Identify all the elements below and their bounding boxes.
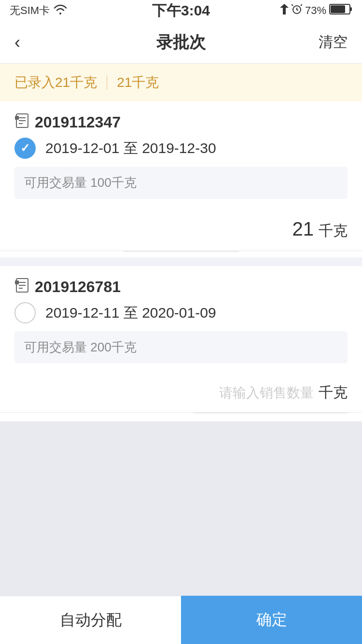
battery-percent: 73%: [305, 4, 326, 17]
location-icon: [280, 4, 289, 17]
batch1-amount-value: 21: [292, 218, 314, 240]
radio-check-icon: ✓: [20, 141, 30, 155]
batch1-amount-row: 21 千克: [0, 209, 362, 251]
recorded-value: 21千克: [117, 73, 159, 92]
batch1-date-row[interactable]: ✓ 2019-12-01 至 2019-12-30: [0, 136, 362, 167]
batch2-icon: [14, 278, 30, 296]
batch1-header: 2019112347: [0, 101, 362, 136]
carrier-text: 无SIM卡: [10, 3, 50, 18]
wifi-icon: [54, 4, 67, 17]
confirm-button[interactable]: 确定: [181, 596, 362, 644]
batch2-dates: 2019-12-11 至 2020-01-09: [45, 303, 216, 323]
section-separator: [0, 258, 362, 266]
spacer-area: [0, 422, 362, 605]
quantity-input[interactable]: [169, 383, 314, 401]
status-bar: 无SIM卡 下午3:04: [0, 0, 362, 21]
batch1-icon: [14, 113, 30, 132]
page-title: 录批次: [156, 31, 206, 54]
batch1-divider: [0, 251, 362, 257]
batch2-input-row[interactable]: 千克: [0, 373, 362, 413]
alarm-icon: [292, 4, 302, 17]
banner-divider: [107, 75, 107, 90]
batch2-header: 2019126781: [0, 266, 362, 300]
clear-button[interactable]: 清空: [319, 32, 348, 52]
battery-icon: [329, 4, 352, 17]
svg-rect-12: [15, 116, 19, 120]
status-left: 无SIM卡: [10, 3, 67, 18]
batch1-radio[interactable]: ✓: [14, 138, 36, 159]
batch1-dates: 2019-12-01 至 2019-12-30: [45, 139, 216, 158]
batch1-available: 可用交易量 100千克: [14, 167, 348, 199]
nav-bar: ‹ 录批次 清空: [0, 21, 362, 64]
batch-item-1: 2019112347 ✓ 2019-12-01 至 2019-12-30 可用交…: [0, 101, 362, 257]
bottom-bar: 自动分配 确定: [0, 596, 362, 644]
info-banner: 已录入21千克 21千克: [0, 64, 362, 101]
batch2-available: 可用交易量 200千克: [14, 331, 348, 364]
back-button[interactable]: ‹: [14, 32, 43, 53]
batch2-input-divider: [0, 413, 362, 421]
svg-rect-6: [350, 7, 352, 11]
batch2-unit: 千克: [319, 383, 348, 403]
auto-assign-button[interactable]: 自动分配: [0, 596, 181, 644]
svg-rect-17: [15, 280, 19, 284]
batch2-date-row[interactable]: 2019-12-11 至 2020-01-09: [0, 300, 362, 331]
svg-line-4: [301, 4, 302, 6]
svg-rect-7: [331, 5, 345, 13]
svg-line-3: [292, 4, 293, 6]
batch2-id: 2019126781: [35, 278, 121, 296]
batch2-radio[interactable]: [14, 302, 36, 323]
status-time: 下午3:04: [152, 1, 210, 21]
recorded-label: 已录入21千克: [14, 73, 97, 92]
batch1-amount-unit: 千克: [319, 221, 348, 241]
batch-item-2: 2019126781 2019-12-11 至 2020-01-09 可用交易量…: [0, 266, 362, 421]
status-right: 73%: [280, 4, 352, 17]
h-line-1: [123, 251, 239, 252]
batch1-id: 2019112347: [35, 113, 121, 131]
input-h-line: [193, 413, 348, 413]
